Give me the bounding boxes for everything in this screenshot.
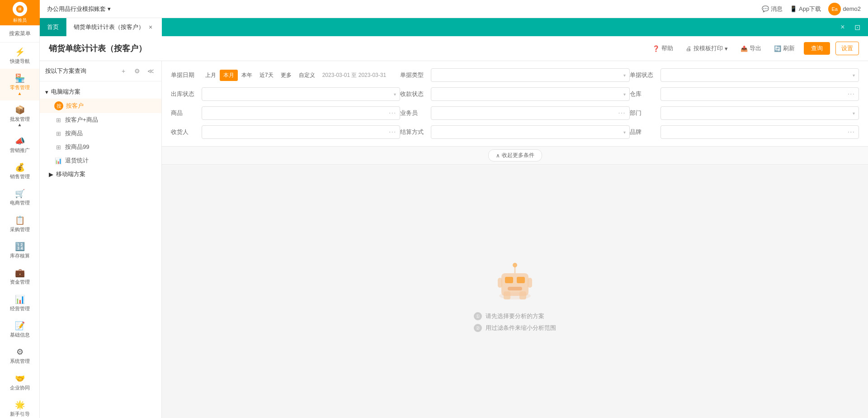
left-panel-tools: + ⚙ ≪: [118, 66, 156, 76]
return-stats-icon: 📊: [54, 157, 62, 165]
goods-dots: ···: [389, 109, 396, 117]
sidebar-item-sales[interactable]: 💰 销售管理: [0, 158, 39, 184]
brand-control[interactable]: ···: [660, 125, 859, 139]
filter-goods: 商品 ···: [171, 106, 400, 120]
desktop-group-label[interactable]: ▾ 电脑端方案: [40, 85, 161, 99]
page-content: 销货单统计计表（按客户） ❓ 帮助 🖨 按模板打印 ▾ 📤 导出 🔄 刷新: [40, 36, 868, 418]
filter-salesperson: 业务员 ···: [400, 106, 629, 120]
sidebar-item-enterprise[interactable]: 🤝 企业协同: [0, 369, 39, 395]
recipient-control[interactable]: ···: [202, 125, 400, 139]
filter-date: 单据日期 上月 本月 本年 近7天 更多 自定义 2023-03-01 至 20…: [171, 70, 400, 81]
help-icon: ❓: [652, 45, 660, 52]
refresh-label: 刷新: [783, 44, 795, 52]
sidebar-item-system[interactable]: ⚙ 系统管理: [0, 342, 39, 369]
empty-state: ① 请先选择要分析的方案 ② 用过滤条件来缩小分析范围: [162, 165, 868, 418]
query-btn[interactable]: 查询: [804, 42, 830, 55]
date-btn-last-7days[interactable]: 近7天: [256, 70, 277, 81]
right-panel: 单据日期 上月 本月 本年 近7天 更多 自定义 2023-03-01 至 20…: [162, 61, 868, 418]
payment-method-dropdown[interactable]: ▾: [431, 125, 629, 139]
avatar-text: Ea: [832, 6, 838, 12]
sidebar-item-ecommerce[interactable]: 🛒 电商管理: [0, 184, 39, 210]
user-profile[interactable]: Ea demo2: [828, 3, 861, 15]
export-btn[interactable]: 📤 导出: [737, 43, 765, 54]
sales-stats-tab-label: 销货单统计计表（按客户）: [74, 23, 144, 31]
date-btn-this-year[interactable]: 本年: [238, 70, 256, 81]
system-icon: ⚙: [16, 347, 24, 357]
print-arrow: ▾: [725, 45, 728, 52]
date-btn-last-month[interactable]: 上月: [202, 70, 220, 81]
empty-tip-1: ① 请先选择要分析的方案: [474, 312, 556, 320]
tree-item-by-customer[interactable]: 按 按客户: [40, 99, 161, 113]
ship-status-arrow: ▾: [394, 92, 396, 97]
sidebar-item-inventory[interactable]: 🔢 库存核算: [0, 237, 39, 263]
warehouse-control[interactable]: ···: [660, 87, 859, 101]
payment-method-label: 结算方式: [400, 128, 427, 136]
industry-selector[interactable]: 办公用品行业模拟账套 ▾: [47, 5, 111, 13]
sidebar-item-purchase[interactable]: 📋 采购管理: [0, 211, 39, 237]
message-btn[interactable]: 💬 消息: [762, 5, 783, 13]
collapse-panel-btn[interactable]: ≪: [145, 66, 156, 76]
date-btn-this-month[interactable]: 本月: [220, 70, 238, 81]
add-scheme-btn[interactable]: +: [118, 66, 129, 76]
tab-maximize-btn[interactable]: ⊡: [852, 22, 863, 33]
industry-dropdown-arrow: ▾: [108, 5, 111, 12]
home-tab-label: 首页: [47, 23, 59, 31]
mobile-group-label[interactable]: ▶ 移动端方案: [40, 167, 161, 181]
sidebar-item-retail[interactable]: 🏪 零售管理 ▲: [0, 69, 39, 100]
goods-control[interactable]: ···: [202, 106, 400, 120]
order-status-dropdown[interactable]: ▾: [660, 68, 859, 82]
salesperson-control[interactable]: ···: [431, 106, 629, 120]
payment-status-dropdown[interactable]: ▾: [431, 87, 629, 101]
date-btn-more[interactable]: 更多: [277, 70, 295, 81]
template-print-btn[interactable]: 🖨 按模板打印 ▾: [682, 43, 731, 54]
tip-text-1: 请先选择要分析的方案: [486, 312, 544, 320]
sidebar-item-shortcut[interactable]: ⚡ 快捷导航: [0, 43, 39, 69]
sidebar-item-basic[interactable]: 📝 基础信息: [0, 316, 39, 342]
recipient-label: 收货人: [171, 128, 198, 136]
tree-item-by-goods[interactable]: ⊞ 按商品: [40, 127, 161, 140]
tab-sales-stats[interactable]: 销货单统计计表（按客户） ×: [66, 18, 162, 36]
department-dropdown[interactable]: ▾: [660, 106, 859, 120]
sidebar-item-newbie[interactable]: 🌟 新手引导: [0, 395, 39, 418]
sidebar-item-operation[interactable]: 📊 经营管理: [0, 290, 39, 316]
collapse-more-btn[interactable]: ∧ 收起更多条件: [488, 149, 542, 162]
empty-tip-2: ② 用过滤条件来缩小分析范围: [474, 324, 556, 332]
customer-goods-icon: ⊞: [54, 116, 62, 124]
settings-btn[interactable]: 设置: [835, 42, 859, 55]
sidebar-item-wholesale[interactable]: 📦 批发管理 ▲: [0, 100, 39, 132]
svg-rect-3: [517, 277, 525, 283]
help-btn[interactable]: ❓ 帮助: [649, 43, 677, 54]
refresh-btn[interactable]: 🔄 刷新: [770, 43, 798, 54]
recipient-dots: ···: [389, 128, 396, 136]
sidebar-search-section[interactable]: 搜索菜单: [0, 25, 39, 43]
search-menu-label[interactable]: 搜索菜单: [9, 30, 31, 38]
sidebar-item-marketing[interactable]: 📣 营销推广: [0, 132, 39, 158]
app-download-btn[interactable]: 📱 App下载: [790, 5, 821, 13]
date-btn-custom[interactable]: 自定义: [295, 70, 319, 81]
filter-row-2: 出库状态 ▾ 收款状态 ▾: [171, 87, 859, 101]
sidebar-sales-label: 销售管理: [10, 173, 30, 180]
ship-status-dropdown[interactable]: ▾: [202, 87, 400, 101]
tree-item-by-goods-99[interactable]: ⊞ 按商品99: [40, 140, 161, 154]
order-status-label: 单据状态: [630, 71, 657, 79]
sidebar-nav: ⚡ 快捷导航 🏪 零售管理 ▲ 📦 批发管理 ▲ 📣 营销推广 💰 销售管理 🛒…: [0, 43, 39, 418]
page-actions: ❓ 帮助 🖨 按模板打印 ▾ 📤 导出 🔄 刷新 查询: [649, 42, 859, 55]
retail-arrow: ▲: [18, 91, 22, 96]
tab-close-btn[interactable]: ×: [147, 24, 154, 31]
scheme-settings-btn[interactable]: ⚙: [132, 66, 142, 76]
mobile-group-arrow: ▶: [49, 171, 53, 178]
retail-icon: 🏪: [15, 73, 25, 83]
desktop-group-text: 电脑端方案: [51, 88, 80, 96]
tab-home[interactable]: 首页: [40, 18, 66, 36]
sidebar-item-finance[interactable]: 💼 资金管理: [0, 263, 39, 290]
date-range-display: 2023-03-01 至 2023-03-31: [322, 71, 386, 79]
warehouse-label: 仓库: [630, 90, 657, 98]
tab-close-window-btn[interactable]: ×: [837, 22, 848, 33]
tree-item-by-customer-goods[interactable]: ⊞ 按客户+商品: [40, 113, 161, 127]
payment-method-arrow: ▾: [623, 130, 626, 135]
tree-item-return-stats[interactable]: 📊 退货统计: [40, 154, 161, 167]
sidebar-finance-label: 资金管理: [10, 279, 30, 285]
order-type-dropdown[interactable]: ▾: [431, 68, 629, 82]
svg-rect-7: [504, 291, 510, 299]
by-goods-label: 按商品: [65, 129, 83, 138]
